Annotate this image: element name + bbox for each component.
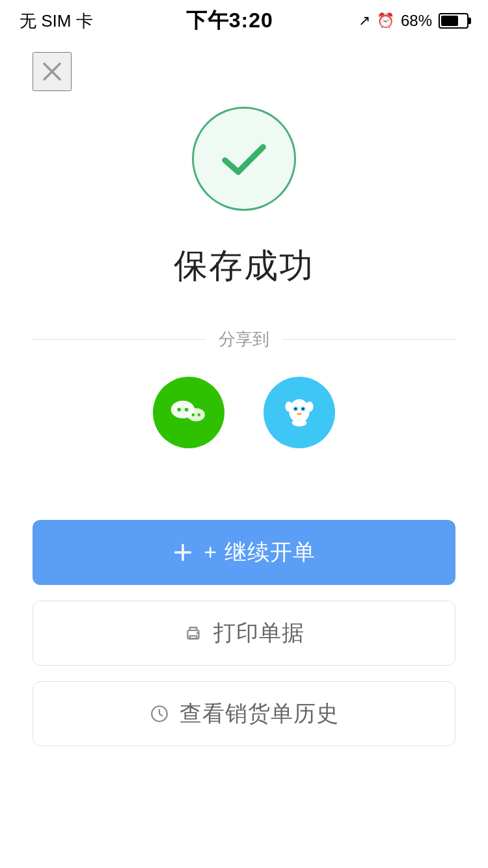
close-icon <box>40 60 64 83</box>
print-icon <box>183 623 203 643</box>
share-icons-row <box>153 377 335 448</box>
right-divider <box>282 339 455 340</box>
print-label: 打印单据 <box>213 618 305 648</box>
svg-point-4 <box>177 408 181 412</box>
share-section: 分享到 <box>0 328 488 448</box>
left-divider <box>33 339 206 340</box>
svg-point-7 <box>198 413 201 416</box>
status-bar: 无 SIM 卡 下午3:20 ↗ ⏰ 68% <box>0 0 488 42</box>
qq-share-button[interactable] <box>264 377 335 448</box>
svg-point-6 <box>192 413 195 416</box>
qq-icon <box>277 390 321 435</box>
svg-point-5 <box>185 408 189 412</box>
svg-point-3 <box>187 408 205 421</box>
svg-point-12 <box>295 408 297 410</box>
continue-button[interactable]: + 继续开单 <box>33 520 455 585</box>
share-label: 分享到 <box>206 328 282 351</box>
alarm-icon: ⏰ <box>377 12 394 29</box>
continue-label: + 继续开单 <box>204 537 315 567</box>
plus-icon <box>172 542 193 563</box>
status-indicators: ↗ ⏰ 68% <box>359 12 468 30</box>
success-title: 保存成功 <box>174 243 314 289</box>
close-button[interactable] <box>33 52 72 91</box>
svg-point-15 <box>306 401 313 412</box>
svg-point-13 <box>302 408 304 410</box>
history-label: 查看销货单历史 <box>180 699 339 729</box>
svg-point-9 <box>292 419 307 426</box>
location-icon: ↗ <box>359 12 370 29</box>
history-button[interactable]: 查看销货单历史 <box>33 681 455 746</box>
main-content: 保存成功 分享到 <box>0 42 488 746</box>
svg-point-19 <box>197 632 198 634</box>
battery-percent: 68% <box>401 12 432 30</box>
action-buttons: + 继续开单 打印单据 查看销货单历史 <box>0 500 488 746</box>
success-circle <box>192 107 296 211</box>
check-icon <box>215 129 273 188</box>
print-button[interactable]: 打印单据 <box>33 601 455 666</box>
wechat-icon <box>167 390 211 435</box>
svg-point-14 <box>285 401 292 412</box>
status-time: 下午3:20 <box>186 7 273 35</box>
divider-row: 分享到 <box>0 328 488 351</box>
wechat-share-button[interactable] <box>153 377 224 448</box>
carrier-text: 无 SIM 卡 <box>20 10 93 33</box>
clock-icon <box>150 704 169 724</box>
battery-icon <box>439 13 468 29</box>
status-carrier: 无 SIM 卡 <box>20 10 101 33</box>
